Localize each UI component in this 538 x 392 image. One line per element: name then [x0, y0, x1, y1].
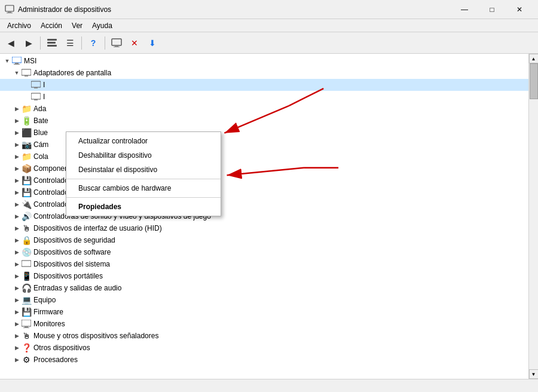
tree-item-mouse[interactable]: ▶ 🖱 Mouse y otros dispositivos señalador… [0, 330, 528, 342]
icon-blue: ⬛ [22, 128, 31, 137]
label-adaptadores: Adaptadores de pantalla [33, 69, 111, 77]
label-ada: Ada [33, 105, 46, 113]
window-controls: — □ ✕ [451, 0, 533, 19]
expander-sistema[interactable]: ▶ [12, 258, 22, 270]
tree-item-adapter-2[interactable]: I [0, 91, 528, 103]
minimize-button[interactable]: — [451, 0, 478, 19]
label-mouse: Mouse y otros dispositivos señaladores [33, 332, 158, 340]
icon-dsoftware: 💿 [22, 247, 31, 257]
expander-firmware[interactable]: ▶ [12, 306, 22, 318]
device-tree[interactable]: ▼ MSI ▼ Adaptadores de pantalla [0, 54, 528, 379]
back-button[interactable]: ◀ [2, 35, 19, 51]
ctx-separator-1 [66, 179, 221, 179]
label-monitores: Monitores [33, 320, 65, 328]
svg-rect-0 [5, 5, 14, 11]
expander-hid[interactable]: ▶ [12, 222, 22, 234]
expander-bate[interactable]: ▶ [12, 115, 22, 127]
menu-archivo[interactable]: Archivo [2, 20, 36, 31]
expander-audio[interactable]: ▶ [12, 282, 22, 294]
tree-item-otros[interactable]: ▶ ❓ Otros dispositivos [0, 342, 528, 354]
tree-item-audio[interactable]: ▶ 🎧 Entradas y salidas de audio [0, 282, 528, 294]
expander-seguridad[interactable]: ▶ [12, 234, 22, 246]
scroll-track[interactable] [530, 63, 538, 369]
computer-button[interactable] [108, 35, 125, 51]
menu-ayuda[interactable]: Ayuda [87, 20, 117, 31]
tree-item-sistema[interactable]: ▶ Dispositivos del sistema [0, 258, 528, 270]
app-icon [5, 5, 14, 14]
label-procesadores: Procesadores [33, 356, 78, 364]
menu-ver[interactable]: Ver [67, 20, 87, 31]
label-audio: Entradas y salidas de audio [33, 284, 121, 292]
svg-rect-2 [7, 13, 13, 13]
tree-item-portatiles[interactable]: ▶ 📱 Dispositivos portátiles [0, 270, 528, 282]
icon-firmware: 💾 [22, 307, 31, 317]
icon-audio: 🎧 [22, 283, 31, 293]
label-portatiles: Dispositivos portátiles [33, 272, 103, 280]
forward-button[interactable]: ▶ [20, 35, 37, 51]
expander-procesadores[interactable]: ▶ [12, 354, 22, 366]
close-button[interactable]: ✕ [506, 0, 533, 19]
list-button[interactable]: ☰ [62, 35, 78, 51]
label-equipo: Equipo [33, 296, 56, 304]
toolbar-separator-3 [105, 36, 105, 50]
ctx-propiedades[interactable]: Propiedades [66, 200, 221, 214]
menu-accion[interactable]: Acción [36, 20, 67, 31]
remove-button[interactable]: ✕ [126, 35, 143, 51]
tree-item-dsoftware[interactable]: ▶ 💿 Dispositivos de software [0, 246, 528, 258]
expander-sonido[interactable]: ▶ [12, 210, 22, 222]
tree-item-adapter-1[interactable]: I [0, 79, 528, 91]
expander-ata[interactable]: ▶ [12, 174, 22, 186]
vertical-scrollbar[interactable]: ▲ ▼ [528, 54, 538, 379]
label-firmware: Firmware [33, 308, 63, 316]
expander-almacenamiento[interactable]: ▶ [12, 186, 22, 198]
update-button[interactable]: ⬇ [144, 35, 161, 51]
expander-otros[interactable]: ▶ [12, 342, 22, 354]
svg-rect-7 [115, 45, 118, 47]
ctx-buscar[interactable]: Buscar cambios de hardware [66, 181, 221, 195]
expander-cam[interactable]: ▶ [12, 139, 22, 151]
expander-cola[interactable]: ▶ [12, 151, 22, 163]
icon-sistema [22, 259, 31, 269]
svg-rect-14 [31, 81, 41, 87]
expander-componentes[interactable]: ▶ [12, 163, 22, 174]
label-adapter-1: I [43, 81, 45, 89]
svg-rect-21 [23, 327, 29, 328]
expander-portatiles[interactable]: ▶ [12, 270, 22, 282]
icon-adapter-2 [31, 92, 41, 102]
svg-rect-17 [34, 99, 38, 100]
expander-equipo[interactable]: ▶ [12, 294, 22, 306]
ctx-deshabilitar[interactable]: Deshabilitar dispositivo [66, 148, 221, 163]
tree-item-firmware[interactable]: ▶ 💾 Firmware [0, 306, 528, 318]
tree-item-equipo[interactable]: ▶ 💻 Equipo [0, 294, 528, 306]
tree-item-procesadores[interactable]: ▶ ⚙ Procesadores [0, 354, 528, 366]
tree-item-ada[interactable]: ▶ 📁 Ada [0, 103, 528, 115]
ctx-actualizar[interactable]: Actualizar controlador [66, 134, 221, 148]
expander-bus[interactable]: ▶ [12, 198, 22, 210]
tree-item-seguridad[interactable]: ▶ 🔒 Dispositivos de seguridad [0, 234, 528, 246]
expander-monitores[interactable]: ▶ [12, 318, 22, 330]
ctx-separator-2 [66, 197, 221, 198]
tree-button[interactable] [44, 35, 60, 51]
tree-item-bate[interactable]: ▶ 🔋 Bate [0, 115, 528, 127]
scroll-down-button[interactable]: ▼ [529, 369, 539, 379]
window-title: Administrador de dispositivos [18, 5, 451, 14]
expander-dsoftware[interactable]: ▶ [12, 246, 22, 258]
ctx-desinstalar[interactable]: Desinstalar el dispositivo [66, 163, 221, 177]
expander-mouse[interactable]: ▶ [12, 330, 22, 342]
expander-blue[interactable]: ▶ [12, 127, 22, 139]
icon-seguridad: 🔒 [22, 235, 31, 245]
expander-adaptadores[interactable]: ▼ [12, 67, 22, 79]
tree-item-hid[interactable]: ▶ 🖱 Dispositivos de interfaz de usuario … [0, 222, 528, 234]
toolbar: ◀ ▶ ☰ ? ✕ ⬇ [0, 32, 538, 54]
tree-item-monitores[interactable]: ▶ Monitores [0, 318, 528, 330]
expander-msi[interactable]: ▼ [2, 55, 12, 67]
menu-bar: Archivo Acción Ver Ayuda [0, 19, 538, 32]
maximize-button[interactable]: □ [478, 0, 506, 19]
help-button[interactable]: ? [85, 35, 102, 51]
tree-item-msi[interactable]: ▼ MSI [0, 55, 528, 67]
tree-item-adaptadores[interactable]: ▼ Adaptadores de pantalla [0, 67, 528, 79]
expander-ada[interactable]: ▶ [12, 103, 22, 115]
scroll-up-button[interactable]: ▲ [529, 54, 539, 63]
icon-cam: 📷 [22, 140, 31, 149]
scroll-thumb[interactable] [530, 63, 538, 99]
